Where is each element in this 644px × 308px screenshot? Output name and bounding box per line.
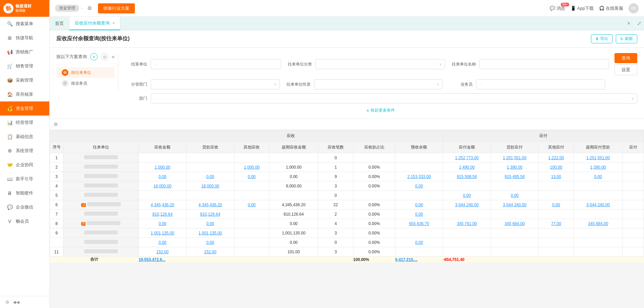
table-cell[interactable] xyxy=(574,228,623,238)
table-cell[interactable] xyxy=(491,210,538,219)
table-cell[interactable]: 0.00 xyxy=(491,191,538,200)
filter-config-button[interactable]: ◎ xyxy=(101,53,108,60)
sidebar-item-operations[interactable]: 📊 经营管理 xyxy=(0,116,49,130)
table-cell[interactable] xyxy=(574,181,623,191)
table-cell[interactable] xyxy=(539,191,574,200)
table-cell[interactable]: 915,495.56 xyxy=(491,172,538,181)
table-cell[interactable] xyxy=(395,153,443,163)
table-cell[interactable] xyxy=(574,238,623,247)
table-cell[interactable]: 1,390.00 xyxy=(574,163,623,172)
table-cell[interactable]: 0.00 xyxy=(443,191,491,200)
table-cell[interactable] xyxy=(539,247,574,257)
table-cell[interactable] xyxy=(234,228,269,238)
table-cell[interactable]: 0.00 xyxy=(395,200,443,210)
table-cell[interactable] xyxy=(234,238,269,247)
sidebar-collapse-icon[interactable]: ◀◀ xyxy=(13,300,19,305)
filter-add-button[interactable]: + xyxy=(90,53,98,60)
table-cell[interactable]: 0.00 xyxy=(139,219,186,228)
sidebar-item-cooperation[interactable]: 🤝 企业协同 xyxy=(0,158,49,172)
table-cell[interactable] xyxy=(491,228,538,238)
table-cell[interactable]: 1,251,551.00 xyxy=(491,153,538,163)
table-cell[interactable] xyxy=(139,153,186,163)
app-download-button[interactable]: 📱 App下载 xyxy=(571,5,594,11)
sidebar-item-sales[interactable]: 🛒 销售管理 xyxy=(0,59,49,73)
table-cell[interactable] xyxy=(186,153,234,163)
table-cell[interactable]: 2,153,333.00 xyxy=(395,172,443,181)
table-settings-icon[interactable]: ⚙ xyxy=(54,122,58,127)
tab-home[interactable]: 首页 xyxy=(50,17,69,30)
table-cell[interactable] xyxy=(234,181,269,191)
partner-category-select[interactable]: ∨ xyxy=(315,59,445,69)
table-cell[interactable] xyxy=(574,191,623,200)
table-cell[interactable]: 77.00 xyxy=(539,219,574,228)
sidebar-item-wechat[interactable]: 💬 企业微信 xyxy=(0,200,49,214)
sidebar-item-member[interactable]: V 畅会员 xyxy=(0,214,49,228)
sidebar-item-system[interactable]: ⚙ 系统管理 xyxy=(0,144,49,158)
table-cell[interactable]: 345,684.00 xyxy=(574,219,623,228)
table-cell[interactable] xyxy=(491,181,538,191)
gear-icon[interactable]: ⚙ xyxy=(87,5,92,11)
table-cell[interactable]: 1,252,773.00 xyxy=(443,153,491,163)
promo-button[interactable]: 体验行业方案 xyxy=(98,3,135,13)
table-cell[interactable] xyxy=(234,219,269,228)
filter-collapse-button[interactable]: ∧ 收起更多条件 xyxy=(366,107,395,113)
table-cell[interactable] xyxy=(443,210,491,219)
table-cell[interactable] xyxy=(539,238,574,247)
tab-ar-ap[interactable]: 应收应付余额查询 × xyxy=(69,17,120,30)
settings-button[interactable]: 设置 xyxy=(614,64,637,75)
table-cell[interactable]: 3,044,240.00 xyxy=(491,200,538,210)
footer-ar-amount[interactable]: 19,553,472.6... xyxy=(139,257,186,263)
table-cell[interactable]: 915,508.56 xyxy=(443,172,491,181)
table-cell[interactable] xyxy=(491,238,538,247)
table-cell[interactable]: 0.00 xyxy=(186,172,234,181)
table-cell[interactable]: 0.00 xyxy=(395,181,443,191)
online-service-button[interactable]: 🎧 在线客服 xyxy=(599,5,623,11)
settlement-unit-input[interactable]: ··· xyxy=(151,59,281,69)
table-cell[interactable]: 1,222.00 xyxy=(539,153,574,163)
sidebar-item-inventory[interactable]: 🏠 库存核算 xyxy=(0,87,49,101)
table-cell[interactable] xyxy=(574,247,623,257)
sidebar-item-marketing[interactable]: 📢 营销推广 xyxy=(0,45,49,59)
table-cell[interactable]: 152.00 xyxy=(139,247,186,257)
table-cell[interactable]: 1,000.00 xyxy=(139,163,186,172)
table-cell[interactable] xyxy=(574,210,623,219)
table-cell[interactable]: 0.00 xyxy=(574,172,623,181)
table-cell[interactable] xyxy=(539,228,574,238)
refresh-button[interactable]: ↻ 刷新 xyxy=(616,34,637,43)
table-cell[interactable] xyxy=(395,228,443,238)
tab-bar-expand-icon[interactable]: ⤢ xyxy=(634,20,644,27)
sidebar-item-hardware[interactable]: 🖥 智能硬件 xyxy=(0,186,49,200)
table-cell[interactable] xyxy=(539,210,574,219)
sidebar-item-finance[interactable]: 💰 资金管理 xyxy=(0,101,49,116)
table-cell[interactable]: 0.00 xyxy=(186,238,234,247)
query-button[interactable]: 查询 xyxy=(614,53,637,63)
footer-prepay-balance[interactable]: 6,417,215.... xyxy=(395,257,443,263)
table-cell[interactable]: 18,000.00 xyxy=(186,181,234,191)
table-cell[interactable]: 345,684.00 xyxy=(491,219,538,228)
table-cell[interactable]: 4,345,436.20 xyxy=(186,200,234,210)
table-cell[interactable]: 1,390.00 xyxy=(491,163,538,172)
table-cell[interactable]: 0.00 xyxy=(139,172,186,181)
table-cell[interactable] xyxy=(395,191,443,200)
table-cell[interactable]: 0.00 xyxy=(186,219,234,228)
sidebar-item-quick-nav[interactable]: ⊞ 快捷导航 xyxy=(0,31,49,45)
tab-close-icon[interactable]: × xyxy=(112,21,115,26)
table-cell[interactable] xyxy=(443,181,491,191)
table-cell[interactable] xyxy=(443,247,491,257)
table-cell[interactable]: 1,001,135.00 xyxy=(186,228,234,238)
filter-scheme-item-salesperson[interactable]: ⏱ 按业务员 xyxy=(56,78,115,89)
table-cell[interactable] xyxy=(186,191,234,200)
table-cell[interactable]: 100.00 xyxy=(539,163,574,172)
filter-scheme-item-partner[interactable]: 畅 按往来单位 xyxy=(56,67,115,78)
table-cell[interactable] xyxy=(234,191,269,200)
managed-dept-select[interactable]: ∨ xyxy=(151,79,280,89)
table-cell[interactable] xyxy=(395,247,443,257)
table-cell[interactable]: 4,345,436.20 xyxy=(139,200,186,210)
sidebar-item-search-menu[interactable]: 🔍 搜索菜单 xyxy=(0,17,49,31)
table-cell[interactable]: 1,490.00 xyxy=(443,163,491,172)
messages-button[interactable]: 💬 消息 99+ xyxy=(550,5,565,11)
table-cell[interactable]: 3,044,240.00 xyxy=(574,200,623,210)
table-cell[interactable]: 1,251,551.00 xyxy=(574,153,623,163)
export-button[interactable]: ⬆ 导出 xyxy=(591,34,612,43)
table-cell[interactable]: 152.00 xyxy=(186,247,234,257)
